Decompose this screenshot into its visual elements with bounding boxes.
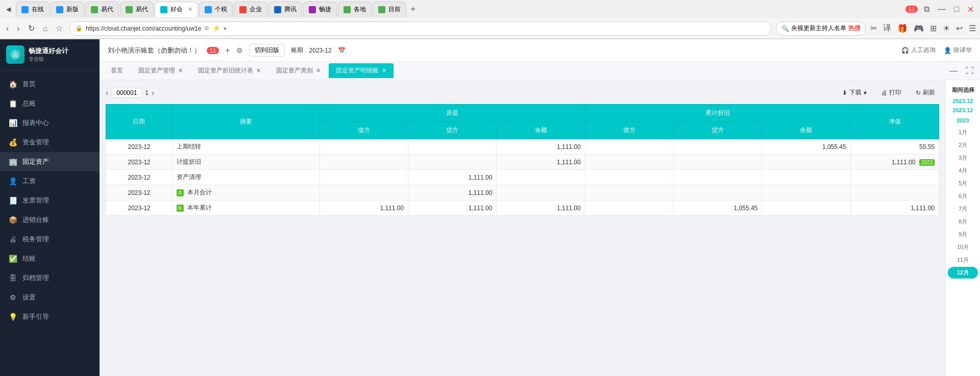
cell-summary-3: 月 本月合计 <box>172 185 320 200</box>
menu-icon[interactable]: ☰ <box>969 23 976 33</box>
tab-好会[interactable]: 好会 ✕ <box>155 2 198 17</box>
sidebar-label-inventory: 进销台账 <box>22 215 49 224</box>
page-tab-depreciation-stats[interactable]: 固定资产折旧统计表 ✕ <box>191 63 268 78</box>
address-input[interactable]: 🔒 https://cloud.chanjet.com/accounting/u… <box>69 21 772 36</box>
next-page-btn[interactable]: › <box>152 88 154 97</box>
period-month-10[interactable]: 10月 <box>948 241 978 253</box>
download-dropdown-icon[interactable]: ▾ <box>864 89 867 96</box>
back-btn[interactable]: ‹ <box>4 22 11 35</box>
period-month-2[interactable]: 2月 <box>948 139 978 151</box>
tab-在线[interactable]: 在线 <box>16 2 50 17</box>
sidebar-item-home[interactable]: 🏠 首页 <box>0 74 100 94</box>
sidebar-label-invoice-mgmt: 发票管理 <box>22 196 49 205</box>
period-year-label[interactable]: 2023 <box>948 115 978 126</box>
home-nav-btn[interactable]: ⌂ <box>41 22 50 35</box>
table-row: 2023-12 资产清理 1,111.00 <box>106 170 939 185</box>
dropdown-icon[interactable]: ▾ <box>224 25 227 32</box>
sidebar-item-tax-mgmt[interactable]: 🖨 税务管理 <box>0 230 100 249</box>
tab-新版[interactable]: 新版 <box>51 2 84 17</box>
sidebar-item-inventory[interactable]: 📦 进销台账 <box>0 210 100 230</box>
maximize-btn[interactable]: □ <box>952 3 961 16</box>
page-tab-fixed-asset-mgmt[interactable]: 固定资产管理 ✕ <box>131 63 190 78</box>
download-btn[interactable]: ⬇ 下载 ▾ <box>838 86 871 99</box>
sun-icon[interactable]: ☀ <box>943 23 950 33</box>
reload-btn[interactable]: ↻ <box>26 21 37 35</box>
sidebar-item-fund-mgmt[interactable]: 💰 资金管理 <box>0 133 100 152</box>
page-number-input[interactable] <box>111 88 142 98</box>
ledger-table: 日期 摘要 原值 累计折旧 净值 借方 贷方 余额 借方 贷方 余额 <box>106 104 939 216</box>
cell-orig-balance-2 <box>497 170 585 185</box>
tab-企业[interactable]: 企业 <box>234 2 267 17</box>
sidebar-item-beginner-guide[interactable]: 💡 新手引导 <box>0 307 100 327</box>
undo-icon[interactable]: ↩ <box>956 23 963 33</box>
scissors-icon[interactable]: ✂ <box>870 23 877 33</box>
calendar-icon[interactable]: 📅 <box>338 47 346 54</box>
sidebar-item-settlement[interactable]: ✅ 结账 <box>0 249 100 268</box>
period-month-8[interactable]: 8月 <box>948 216 978 228</box>
period-month-12[interactable]: 12月 <box>948 267 978 279</box>
period-month-6[interactable]: 6月 <box>948 190 978 202</box>
page-tab-asset-category[interactable]: 固定资产类别 ✕ <box>269 63 328 78</box>
period-month-1[interactable]: 1月 <box>948 127 978 138</box>
page-tab-asset-category-close[interactable]: ✕ <box>316 67 321 74</box>
bookmark-btn[interactable]: ☆ <box>54 21 65 35</box>
sidebar-item-report-center[interactable]: 📊 报表中心 <box>0 113 100 133</box>
close-browser-btn[interactable]: ✕ <box>965 3 976 16</box>
period-month-5[interactable]: 5月 <box>948 178 978 189</box>
switch-version-btn[interactable]: 切到旧版 <box>249 44 285 57</box>
sidebar-label-general-ledger: 总账 <box>22 99 36 108</box>
reward-icon[interactable]: 🎁 <box>897 23 908 33</box>
new-tab-btn[interactable]: + <box>407 4 419 15</box>
add-account-btn[interactable]: + <box>225 46 230 55</box>
logo-icon: 会 <box>6 45 24 64</box>
cell-accum-balance-1 <box>762 155 850 170</box>
grid-icon[interactable]: ⊞ <box>930 23 937 33</box>
tab-畅捷[interactable]: 畅捷 <box>303 2 337 17</box>
cell-accum-balance-4 <box>762 200 850 216</box>
page-tab-home[interactable]: 首页 <box>104 63 130 78</box>
minimize-tab-btn[interactable]: — <box>947 64 960 78</box>
sidebar-item-general-ledger[interactable]: 📋 总账 <box>0 94 100 113</box>
page-tab-asset-detail-close[interactable]: ✕ <box>382 67 386 74</box>
forward-btn[interactable]: › <box>15 22 21 35</box>
header-right: 🎧 人工咨询 👤 徐译华 <box>901 46 972 55</box>
service-btn[interactable]: 🎧 人工咨询 <box>901 46 936 55</box>
sidebar-item-fixed-assets[interactable]: 🏢 固定资产 <box>0 152 100 171</box>
prev-page-btn[interactable]: ‹ <box>106 88 108 97</box>
page-tab-fixed-asset-mgmt-close[interactable]: ✕ <box>178 67 183 74</box>
sidebar-item-settings[interactable]: ⚙ 设置 <box>0 288 100 307</box>
th-accum-balance: 余额 <box>762 122 850 139</box>
translate-icon[interactable]: 译 <box>883 23 891 34</box>
refresh-btn[interactable]: ↻ 刷新 <box>912 86 939 99</box>
account-settings-btn[interactable]: ⚙ <box>236 46 243 55</box>
tab-close-好会[interactable]: ✕ <box>188 6 192 13</box>
maximize-tab-btn[interactable]: ⛶ <box>964 64 976 78</box>
tab-个税[interactable]: 个税 <box>199 2 233 17</box>
period-month-11[interactable]: 11月 <box>948 254 978 266</box>
tab-易代1[interactable]: 易代 <box>85 2 119 17</box>
print-btn[interactable]: 🖨 打印 <box>877 86 905 99</box>
tab-目前[interactable]: 目前 <box>373 2 406 17</box>
page-tab-asset-detail[interactable]: 固定资产明细账 ✕ <box>329 63 394 78</box>
headset-icon: 🎧 <box>901 47 909 54</box>
sidebar-item-invoice-mgmt[interactable]: 🧾 发票管理 <box>0 191 100 210</box>
page-tab-depreciation-stats-close[interactable]: ✕ <box>256 67 261 74</box>
tab-易代2[interactable]: 易代 <box>120 2 154 17</box>
sidebar-item-archive-mgmt[interactable]: 🗄 归档管理 <box>0 268 100 288</box>
cell-orig-credit-4: 1,111.00 <box>408 200 497 216</box>
minimize-btn[interactable]: — <box>936 3 948 16</box>
table-row: 2023-12 计提折旧 1,111.00 1,111.00 2023 <box>106 155 939 170</box>
period-month-4[interactable]: 4月 <box>948 165 978 177</box>
tab-各地[interactable]: 各地 <box>338 2 372 17</box>
tab-腾讯[interactable]: 腾讯 <box>268 2 302 17</box>
user-btn[interactable]: 👤 徐译华 <box>944 46 972 55</box>
period-month-9[interactable]: 9月 <box>948 229 978 240</box>
game-icon[interactable]: 🎮 <box>914 23 924 33</box>
period-month-3[interactable]: 3月 <box>948 152 978 164</box>
search-box[interactable]: 🔍 央视更新主持人名单 热搜 <box>776 21 866 36</box>
sidebar-item-payroll[interactable]: 👤 工资 <box>0 171 100 191</box>
period-month-7[interactable]: 7月 <box>948 203 978 215</box>
cell-orig-balance-1: 1,111.00 <box>497 155 585 170</box>
browser-back-btn[interactable]: ◀ <box>4 4 13 15</box>
restore-btn[interactable]: ⧉ <box>922 3 932 16</box>
